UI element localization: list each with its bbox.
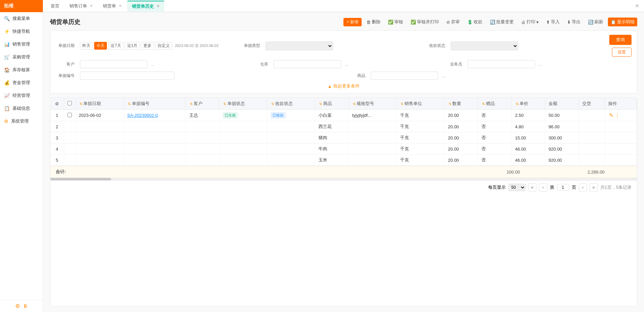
collect-status-badge: 已收款	[271, 112, 286, 119]
col-unit-price[interactable]: ⇅ 单价	[511, 98, 545, 110]
show-detail-button[interactable]: 📋 显示明细	[608, 18, 637, 26]
delete-button[interactable]: 🗑 删除	[364, 18, 383, 26]
sidebar-item-ops-mgmt[interactable]: 📈 经营管理	[0, 89, 43, 102]
refresh-icon: 🔃	[588, 20, 593, 25]
date-btn-today[interactable]: 今天	[94, 42, 107, 50]
col-amount[interactable]: 金额	[545, 98, 579, 110]
close-sales-order-tab[interactable]: ✕	[90, 4, 93, 8]
abandon-button[interactable]: ⊘ 弃审	[444, 18, 463, 26]
sidebar-item-quick-nav[interactable]: ⚡ 快捷导航	[0, 25, 43, 38]
collect-button[interactable]: 💲 收款	[465, 18, 485, 26]
date-btn-yesterday[interactable]: 昨天	[80, 42, 93, 50]
tab-sales-goods[interactable]: 销货单 ✕	[98, 1, 127, 11]
sidebar-item-sys-mgmt[interactable]: ⚙ 系统管理	[0, 115, 43, 128]
select-all-checkbox[interactable]	[67, 101, 72, 105]
audit-button[interactable]: ✅ 审核	[385, 18, 406, 26]
sidebar-item-purchase-mgmt[interactable]: 🛒 采购管理	[0, 51, 43, 63]
doc-type-select[interactable]	[265, 42, 333, 50]
col-doc-no[interactable]: ⇅ 单据编号	[123, 98, 186, 110]
col-checkbox[interactable]	[64, 98, 75, 110]
cell-checkbox[interactable]	[64, 121, 75, 132]
cell-checkbox[interactable]	[64, 132, 75, 144]
date-btn-7days[interactable]: 近7天	[108, 42, 123, 50]
salesman-dots[interactable]: ...	[538, 61, 542, 67]
page-unit: 页	[572, 184, 576, 190]
sidebar-item-basic-info[interactable]: 📋 基础信息	[0, 102, 43, 115]
collect-icon: 💲	[467, 20, 473, 25]
col-doc-status[interactable]: ⇅ 单据状态	[219, 98, 267, 110]
print-icon: 🖨	[521, 20, 526, 25]
sidebar-collapse-button[interactable]: ⏸	[23, 303, 28, 309]
page-number-input[interactable]	[557, 184, 569, 191]
export-button[interactable]: ⬇ 导出	[564, 18, 583, 26]
sidebar-item-sales-mgmt[interactable]: 📊 销售管理	[0, 38, 43, 51]
close-all-tabs-button[interactable]: ✕	[633, 3, 641, 9]
col-customer[interactable]: ⇅ 客户	[186, 98, 219, 110]
cell-gift: 否	[478, 155, 511, 166]
next-page-button[interactable]: ›	[579, 183, 587, 191]
date-label: 单据日期	[56, 43, 75, 49]
print-button[interactable]: 🖨 打印 ▾	[519, 18, 541, 26]
batch-change-button[interactable]: 🔄 批量变更	[487, 18, 516, 26]
page-text: 第	[550, 184, 554, 190]
refresh-button[interactable]: 🔃 刷新	[585, 18, 606, 26]
tab-sales-history[interactable]: 销货单历史 ✕	[127, 1, 164, 11]
warehouse-dots[interactable]: ...	[344, 61, 348, 67]
col-delivery[interactable]: 交货	[579, 98, 605, 110]
import-button[interactable]: ⬆ 导入	[543, 18, 562, 26]
goods-input[interactable]	[371, 72, 438, 80]
col-gift[interactable]: ⇅ 赠品	[478, 98, 511, 110]
customer-input[interactable]	[80, 60, 147, 68]
col-spec-type[interactable]: ⇅ 规格型号	[348, 98, 396, 110]
audit-print-button[interactable]: ✅ 审核并打印	[408, 18, 442, 26]
prev-page-button[interactable]: ‹	[539, 183, 547, 191]
close-sales-history-tab[interactable]: ✕	[157, 4, 160, 8]
doc-no-input[interactable]	[80, 72, 174, 80]
cell-checkbox[interactable]	[64, 110, 75, 121]
col-doc-date[interactable]: ⇅ 单据日期	[75, 98, 123, 110]
more-action[interactable]: ⋮	[615, 112, 620, 118]
date-btn-custom[interactable]: 自定义	[155, 42, 172, 50]
sidebar-item-inventory[interactable]: 🏠 库存核算	[0, 63, 43, 76]
new-button[interactable]: + 新增	[343, 18, 362, 26]
goods-dots[interactable]: ...	[442, 73, 446, 78]
purchase-icon: 🛒	[4, 54, 10, 60]
warehouse-input[interactable]	[274, 60, 341, 68]
cell-amount: 300.00	[545, 132, 579, 144]
close-sales-goods-tab[interactable]: ✕	[119, 4, 122, 8]
page-header: 销货单历史 + 新增 🗑 删除 ✅ 审核 ✅ 审核并打印 ⊘ 弃审	[50, 18, 637, 26]
last-page-button[interactable]: »	[590, 183, 598, 191]
query-button[interactable]: 查询	[609, 35, 632, 45]
col-collect-status[interactable]: ⇅ 收款状态	[267, 98, 315, 110]
sidebar-item-finance-mgmt[interactable]: 💰 资金管理	[0, 76, 43, 89]
sidebar-settings-button[interactable]: ⚙	[15, 303, 20, 309]
set-button[interactable]: 设置	[612, 48, 632, 57]
tab-sales-order[interactable]: 销售订单 ✕	[65, 1, 97, 11]
col-gear[interactable]: ⚙	[50, 98, 64, 110]
page-size-select[interactable]: 20 50 100	[508, 184, 526, 191]
cell-qty: 20.00	[444, 144, 478, 155]
cell-sales-unit: 千克	[396, 155, 444, 166]
date-btn-1month[interactable]: 近1月	[125, 42, 140, 50]
collapse-filter-button[interactable]: ▲ 收起更多条件	[56, 83, 632, 89]
edit-action[interactable]: ✎	[609, 112, 613, 118]
sidebar-item-search-menu[interactable]: 🔍 搜索菜单	[0, 12, 43, 25]
cell-checkbox[interactable]	[64, 155, 75, 166]
col-sales-unit[interactable]: ⇅ 销售单位	[396, 98, 444, 110]
tab-home[interactable]: 首页	[46, 1, 64, 11]
col-goods[interactable]: ⇅ 商品	[315, 98, 348, 110]
cell-doc-no	[123, 121, 186, 132]
doc-no-link[interactable]: SA-20230602-0	[127, 113, 158, 118]
row-checkbox[interactable]	[67, 113, 72, 117]
date-btn-more[interactable]: 更多	[141, 42, 154, 50]
first-page-button[interactable]: «	[528, 183, 536, 191]
cell-amount: 50.00	[545, 110, 579, 121]
col-qty[interactable]: ⇅ 数量	[444, 98, 478, 110]
table-scroll-thumb[interactable]	[50, 178, 111, 180]
customer-dots[interactable]: ...	[151, 61, 155, 67]
table-scrollbar[interactable]	[50, 178, 637, 180]
cell-doc-no	[123, 132, 186, 144]
salesman-input[interactable]	[468, 60, 535, 68]
cell-checkbox[interactable]	[64, 144, 75, 155]
collect-status-select[interactable]	[451, 42, 518, 50]
